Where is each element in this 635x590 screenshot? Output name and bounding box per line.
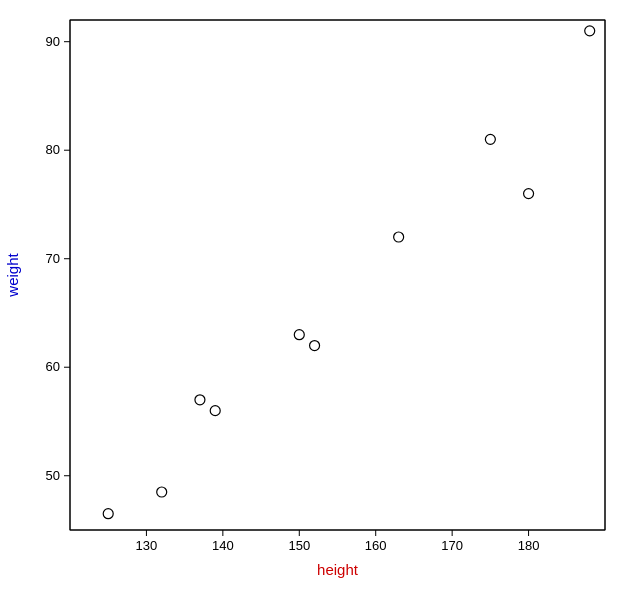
svg-text:130: 130: [136, 538, 158, 553]
svg-text:weight: weight: [4, 252, 21, 297]
svg-rect-1: [70, 20, 605, 530]
svg-text:50: 50: [46, 468, 60, 483]
svg-text:180: 180: [518, 538, 540, 553]
scatter-plot: 1301401501601701805060708090heightweight: [0, 0, 635, 590]
svg-text:150: 150: [288, 538, 310, 553]
svg-text:160: 160: [365, 538, 387, 553]
svg-text:140: 140: [212, 538, 234, 553]
svg-text:170: 170: [441, 538, 463, 553]
svg-text:height: height: [317, 561, 359, 578]
svg-text:80: 80: [46, 142, 60, 157]
svg-text:90: 90: [46, 34, 60, 49]
svg-text:70: 70: [46, 251, 60, 266]
chart-container: 1301401501601701805060708090heightweight: [0, 0, 635, 590]
svg-text:60: 60: [46, 359, 60, 374]
